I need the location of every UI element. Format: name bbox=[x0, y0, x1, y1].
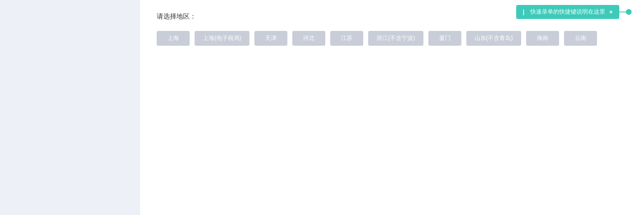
region-btn-xiamen[interactable]: 厦门 bbox=[428, 31, 461, 46]
tooltip-banner: 快速录单的快捷键说明在这里 × bbox=[516, 5, 619, 19]
region-btn-tianjin[interactable]: 天津 bbox=[254, 31, 287, 46]
region-btn-yunnan[interactable]: 云南 bbox=[564, 31, 597, 46]
region-btn-hebei[interactable]: 河北 bbox=[292, 31, 325, 46]
region-btn-shandong[interactable]: 山东(不含青岛) bbox=[466, 31, 521, 46]
region-btn-shanghai-etax[interactable]: 上海(电子税局) bbox=[195, 31, 249, 46]
tooltip-dot bbox=[626, 9, 632, 15]
left-sidebar bbox=[0, 0, 140, 215]
region-btn-jiangsu[interactable]: 江苏 bbox=[330, 31, 363, 46]
region-buttons-container: 上海上海(电子税局)天津河北江苏浙江(不含宁波)厦门山东(不含青岛)海南云南 bbox=[157, 31, 628, 46]
tooltip-close-button[interactable]: × bbox=[609, 9, 613, 15]
main-content: 请选择地区： 上海上海(电子税局)天津河北江苏浙江(不含宁波)厦门山东(不含青岛… bbox=[140, 0, 644, 215]
region-btn-hainan[interactable]: 海南 bbox=[526, 31, 559, 46]
tooltip-text: 快速录单的快捷键说明在这里 bbox=[530, 8, 605, 16]
tooltip-line bbox=[618, 12, 626, 12]
region-btn-shanghai[interactable]: 上海 bbox=[157, 31, 190, 46]
region-btn-zhejiang[interactable]: 浙江(不含宁波) bbox=[368, 31, 423, 46]
